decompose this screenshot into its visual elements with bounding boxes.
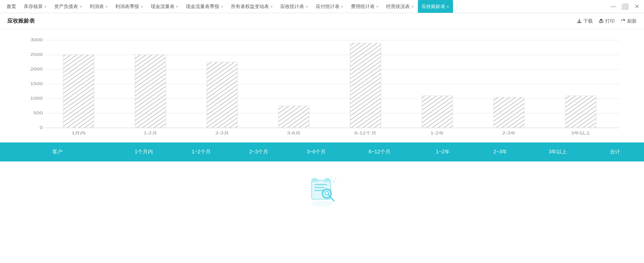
main-content: 0 500 1000 1500 2000 2500 3000 1月内 1-2月 … [0,29,644,263]
print-button[interactable]: 打印 [599,18,615,24]
bar-3年以上 [565,96,596,128]
bar-1-2月 [135,55,166,128]
tab-ap-stats-close[interactable]: × [341,4,343,9]
svg-rect-2 [600,19,602,20]
tab-equity-label: 所有者权益变动表 [231,3,269,10]
tab-inventory-label: 库存核算 [24,3,43,10]
tab-ar-aging-label: 应收账龄表 [422,3,445,10]
tab-cashflow-label: 现金流量表 [151,3,175,10]
tab-operation[interactable]: 经营状况表 × [382,0,418,13]
svg-text:1月内: 1月内 [72,131,86,135]
header-actions: 下载 打印 刷新 [577,18,637,24]
th-1month: 1个月内 [115,149,172,155]
tab-operation-label: 经营状况表 [386,3,410,10]
svg-text:1-2年: 1-2年 [430,131,444,135]
svg-point-40 [336,179,337,180]
tab-inventory[interactable]: 库存核算 × [20,0,50,13]
svg-text:2-3月: 2-3月 [215,131,229,135]
bar-1-2年 [422,96,453,128]
svg-text:1500: 1500 [30,81,43,86]
svg-text:1000: 1000 [30,96,43,100]
empty-state [0,161,644,263]
svg-point-41 [331,176,332,178]
svg-point-28 [311,201,333,206]
maximize-icon[interactable]: ⬜ [621,2,629,11]
bar-2-3月 [207,62,237,128]
tab-inventory-close[interactable]: × [44,4,46,9]
tab-ar-stats-label: 应收统计表 [280,3,304,10]
th-1-2year: 1~2年 [414,149,471,155]
refresh-label: 刷新 [627,18,637,24]
bar-chart: 0 500 1000 1500 2000 2500 3000 1月内 1-2月 … [15,37,629,139]
download-button[interactable]: 下载 [577,18,593,24]
tab-operation-close[interactable]: × [411,4,413,9]
tab-bar: 首页 库存核算 × 资产负债表 × 利润表 × 利润表季报 × 现金流量表 × … [0,0,644,13]
th-1-2month: 1~2个月 [172,149,230,155]
tab-profit[interactable]: 利润表 × [86,0,112,13]
table-header: 客户 1个月内 1~2个月 2~3个月 3~6个月 6~12个月 1~2年 2~… [0,142,644,161]
svg-rect-32 [314,187,325,188]
svg-text:2500: 2500 [30,52,43,57]
tab-home[interactable]: 首页 [3,0,20,13]
tab-expense-stats[interactable]: 费用统计表 × [347,0,382,13]
svg-rect-3 [600,22,602,23]
svg-rect-0 [577,22,581,23]
svg-text:3-6月: 3-6月 [287,131,300,135]
tab-cashflow[interactable]: 现金流量表 × [147,0,182,13]
svg-text:1-2月: 1-2月 [143,131,157,135]
bar-6-12个月 [350,43,381,128]
tab-profit-label: 利润表 [90,3,104,10]
tab-profit-quarterly[interactable]: 利润表季报 × [112,0,147,13]
bar-2-3年 [494,97,524,128]
tab-equity-close[interactable]: × [270,4,273,9]
tab-cashflow-close[interactable]: × [176,4,178,9]
th-2-3month: 2~3个月 [230,149,288,155]
tab-balance-sheet[interactable]: 资产负债表 × [50,0,86,13]
svg-line-36 [330,197,334,201]
tab-ar-aging[interactable]: 应收账龄表 × [418,0,453,13]
tab-home-label: 首页 [7,3,16,10]
svg-text:6-12个月: 6-12个月 [355,131,377,135]
svg-text:0: 0 [40,125,43,130]
bar-1月内 [63,55,94,128]
close-window-icon[interactable]: ✕ [632,2,641,11]
download-icon [577,19,582,24]
refresh-button[interactable]: 刷新 [621,18,637,24]
th-3-6month: 3~6个月 [288,149,345,155]
tab-expense-stats-label: 费用统计表 [351,3,375,10]
svg-text:2-3年: 2-3年 [502,131,516,135]
minimize-icon[interactable]: — [609,2,618,11]
chart-container: 0 500 1000 1500 2000 2500 3000 1月内 1-2月 … [15,37,629,139]
svg-rect-31 [314,184,327,185]
th-2-3year: 2~3年 [472,149,529,155]
tab-balance-sheet-label: 资产负债表 [54,3,78,10]
tab-cashflow-quarterly[interactable]: 现金流量表季报 × [182,0,227,13]
tab-bar-right: — ⬜ ✕ [609,2,641,11]
page-header: 应收账龄表 下载 打印 刷新 [0,13,644,29]
svg-text:500: 500 [33,111,43,115]
tab-ap-stats[interactable]: 应付统计表 × [312,0,347,13]
tab-equity[interactable]: 所有者权益变动表 × [227,0,277,13]
download-label: 下载 [583,18,593,24]
page-title: 应收账龄表 [7,18,35,24]
svg-point-39 [333,181,335,182]
tab-ar-stats[interactable]: 应收统计表 × [277,0,312,13]
th-6-12month: 6~12个月 [345,149,414,155]
tab-expense-stats-close[interactable]: × [376,4,378,9]
svg-text:3000: 3000 [30,38,43,42]
tab-profit-quarterly-label: 利润表季报 [115,3,139,10]
tab-ar-stats-close[interactable]: × [306,4,308,9]
refresh-icon [621,19,626,24]
th-total: 合计 [587,149,644,155]
tab-profit-close[interactable]: × [105,4,108,9]
svg-text:3年以上: 3年以上 [571,131,590,135]
bar-3-6月 [278,106,309,128]
print-icon [599,19,604,24]
tab-balance-close[interactable]: × [79,4,82,9]
tab-cashflow-quarterly-close[interactable]: × [221,4,223,9]
tab-ap-stats-label: 应付统计表 [316,3,340,10]
tab-cashflow-quarterly-label: 现金流量表季报 [186,3,219,10]
tab-profit-quarterly-close[interactable]: × [141,4,143,9]
tab-ar-aging-close[interactable]: × [447,4,449,9]
empty-state-icon [302,169,342,209]
